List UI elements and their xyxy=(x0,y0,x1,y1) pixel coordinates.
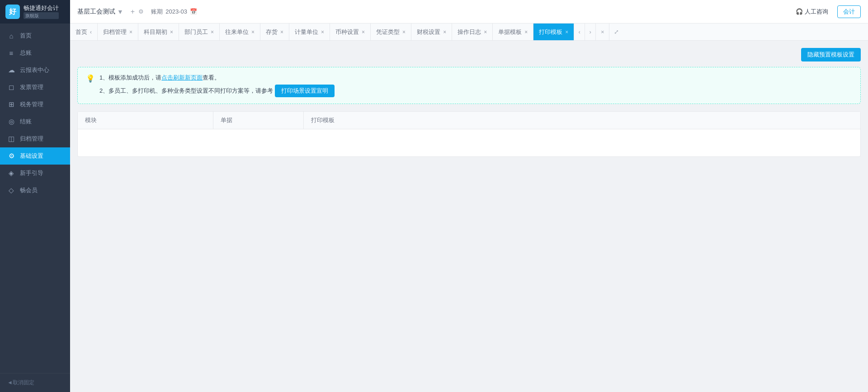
tab-print-template-label: 打印模板 xyxy=(539,28,562,36)
register-button[interactable]: 会计 xyxy=(837,5,861,18)
hide-template-button[interactable]: 隐藏预置模板设置 xyxy=(801,48,861,61)
th-print-template: 打印模板 xyxy=(304,112,860,129)
tab-home-label: 首页 xyxy=(75,28,87,36)
tab-staff[interactable]: 部门员工 × xyxy=(179,24,220,41)
sidebar-item-reports[interactable]: ☁ 云报表中心 xyxy=(0,61,70,79)
sidebar-item-label: 基础设置 xyxy=(20,152,43,160)
sidebar-item-label: 畅会员 xyxy=(20,186,38,194)
tab-voucher-type-close[interactable]: × xyxy=(402,29,406,35)
tab-inventory[interactable]: 存货 × xyxy=(260,24,289,41)
sidebar-item-tax[interactable]: ⊞ 税务管理 xyxy=(0,96,70,113)
tab-expand-button[interactable]: ⤢ xyxy=(609,24,623,41)
tab-archive-mgmt[interactable]: 归档管理 × xyxy=(98,24,138,41)
tab-operation-log-close[interactable]: × xyxy=(484,29,487,35)
tab-units-close[interactable]: × xyxy=(321,29,324,35)
calendar-icon[interactable]: 📅 xyxy=(190,8,197,15)
guide-icon: ◈ xyxy=(7,169,15,177)
tab-partners[interactable]: 往来单位 × xyxy=(220,24,260,41)
tab-units-label: 计量单位 xyxy=(295,28,318,36)
tab-inventory-close[interactable]: × xyxy=(280,29,283,35)
tab-inventory-label: 存货 xyxy=(266,28,278,36)
tab-partners-label: 往来单位 xyxy=(225,28,249,36)
unpin-label: ◄取消固定 xyxy=(7,379,34,387)
tab-archive-mgmt-close[interactable]: × xyxy=(129,29,132,35)
tab-voucher-template[interactable]: 单据模板 × xyxy=(493,24,533,41)
tab-currency-close[interactable]: × xyxy=(362,29,365,35)
sidebar-item-label: 归档管理 xyxy=(20,135,43,143)
ledger-icon: ≡ xyxy=(7,49,15,57)
info-line1-suffix: 查看。 xyxy=(203,74,220,81)
info-row-2: 💡 2、多员工、多打印机、多种业务类型设置不同打印方案等，请参考 打印场景设置宣… xyxy=(86,85,852,97)
print-explain-button[interactable]: 打印场景设置宣明 xyxy=(275,85,335,97)
sidebar: 好 畅捷通好会计 旗舰版 ⌂ 首页 ≡ 总账 ☁ 云报表中心 ◻ 发票管理 ⊞ … xyxy=(0,0,70,392)
period-label: 账期 xyxy=(151,8,163,16)
period-value: 2023-03 xyxy=(165,8,187,15)
sidebar-item-archive[interactable]: ◫ 归档管理 xyxy=(0,130,70,147)
tab-operation-log[interactable]: 操作日志 × xyxy=(452,24,493,41)
tab-print-template[interactable]: 打印模板 × xyxy=(533,24,574,41)
tab-staff-close[interactable]: × xyxy=(211,29,214,35)
tabbar: 首页 ‹ 归档管理 × 科目期初 × 部门员工 × 往来单位 × 存货 × 计量… xyxy=(70,24,868,41)
tab-tax-settings-label: 财税设置 xyxy=(417,28,440,36)
tab-home[interactable]: 首页 ‹ xyxy=(70,24,98,41)
company-name: 基层工会测试 xyxy=(77,8,115,16)
sidebar-item-ledger[interactable]: ≡ 总账 xyxy=(0,44,70,61)
tab-tax-settings-close[interactable]: × xyxy=(443,29,446,35)
settings-gear-button[interactable]: ⚙ xyxy=(138,8,144,15)
content-area: 隐藏预置模板设置 💡 1、模板添加成功后，请点击刷新新页面查看。 💡 2、多员工… xyxy=(70,41,868,392)
headset-icon: 🎧 xyxy=(796,8,803,15)
tab-voucher-type[interactable]: 凭证类型 × xyxy=(371,24,411,41)
logo-icon: 好 xyxy=(5,5,20,19)
tab-next-button[interactable]: › xyxy=(585,24,596,41)
logo-main-text: 畅捷通好会计 xyxy=(24,5,59,12)
tab-units[interactable]: 计量单位 × xyxy=(289,24,330,41)
info-box: 💡 1、模板添加成功后，请点击刷新新页面查看。 💡 2、多员工、多打印机、多种业… xyxy=(77,67,861,104)
archive-icon: ◫ xyxy=(7,135,15,143)
hide-template-btn-container: 隐藏预置模板设置 xyxy=(77,48,861,61)
ai-consult-label: 人工咨询 xyxy=(805,8,828,16)
tax-icon: ⊞ xyxy=(7,100,15,109)
refresh-link[interactable]: 点击刷新新页面 xyxy=(161,74,203,81)
tab-subjects-close[interactable]: × xyxy=(170,29,173,35)
logo-sub-text: 旗舰版 xyxy=(24,12,59,19)
sidebar-item-home[interactable]: ⌂ 首页 xyxy=(0,27,70,44)
tab-voucher-type-label: 凭证类型 xyxy=(376,28,400,36)
table-header: 模块 单据 打印模板 xyxy=(78,112,860,129)
topbar-right: 🎧 人工咨询 会计 xyxy=(792,5,861,18)
sidebar-item-member[interactable]: ◇ 畅会员 xyxy=(0,182,70,199)
th-voucher: 单据 xyxy=(213,112,304,129)
tab-subjects[interactable]: 科目期初 × xyxy=(138,24,179,41)
sidebar-item-label: 结账 xyxy=(20,118,32,126)
main-area: 基层工会测试 ▼ + ⚙ 账期 2023-03 📅 🎧 人工咨询 会计 首页 ‹… xyxy=(70,0,868,392)
sidebar-item-label: 新手引导 xyxy=(20,169,43,177)
tab-currency-label: 币种设置 xyxy=(335,28,359,36)
home-icon: ⌂ xyxy=(7,32,15,40)
tab-prev-button[interactable]: ‹ xyxy=(574,24,585,41)
sidebar-item-label: 税务管理 xyxy=(20,100,43,109)
member-icon: ◇ xyxy=(7,186,15,194)
tab-home-nav: ‹ xyxy=(90,29,92,35)
close-period-icon: ◎ xyxy=(7,118,15,126)
tab-currency[interactable]: 币种设置 × xyxy=(330,24,371,41)
unpin-button[interactable]: ◄取消固定 xyxy=(0,373,70,392)
tab-close-all-button[interactable]: × xyxy=(596,24,609,41)
sidebar-item-settings[interactable]: ⚙ 基础设置 xyxy=(0,147,70,165)
company-dropdown-arrow: ▼ xyxy=(117,8,123,15)
tab-tax-settings[interactable]: 财税设置 × xyxy=(411,24,452,41)
sidebar-item-invoice[interactable]: ◻ 发票管理 xyxy=(0,79,70,96)
sidebar-item-guide[interactable]: ◈ 新手引导 xyxy=(0,165,70,182)
period-display: 账期 2023-03 📅 xyxy=(151,8,197,16)
sidebar-item-close[interactable]: ◎ 结账 xyxy=(0,113,70,130)
sidebar-item-label: 发票管理 xyxy=(20,83,43,91)
company-selector[interactable]: 基层工会测试 ▼ xyxy=(77,8,125,16)
tab-print-template-close[interactable]: × xyxy=(565,29,568,35)
sidebar-item-label: 首页 xyxy=(20,32,32,40)
sidebar-item-label: 总账 xyxy=(20,49,32,57)
tab-staff-label: 部门员工 xyxy=(184,28,208,36)
th-module: 模块 xyxy=(78,112,213,129)
ai-consult-button[interactable]: 🎧 人工咨询 xyxy=(792,6,832,18)
add-tab-button[interactable]: + xyxy=(131,8,135,16)
tab-voucher-template-close[interactable]: × xyxy=(524,29,528,35)
tab-partners-close[interactable]: × xyxy=(251,29,255,35)
table-body xyxy=(78,129,860,156)
